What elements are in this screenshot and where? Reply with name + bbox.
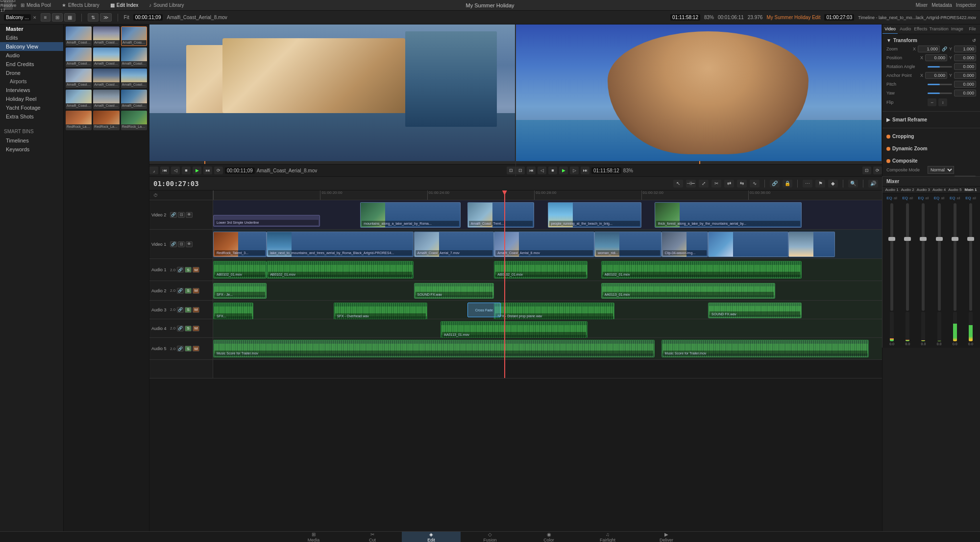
media-clip-rr2[interactable]: RedRock_Land... — [93, 111, 119, 130]
a3-m-btn[interactable]: M — [193, 307, 199, 313]
warp-tool[interactable]: ∿ — [750, 180, 760, 188]
transform-reset[interactable]: ↺ — [972, 38, 976, 43]
source-viewer[interactable] — [149, 24, 515, 161]
clip-v1-extra1[interactable] — [708, 232, 788, 257]
nav-edit[interactable]: ◈ Edit — [402, 532, 461, 542]
prog-step-back[interactable]: ◁ — [538, 166, 546, 174]
tab-effects-library[interactable]: ★ Effects Library — [57, 1, 104, 9]
source-loop[interactable]: ⟳ — [214, 166, 223, 174]
eq-btn-a3[interactable]: EQ — [918, 196, 924, 200]
list-view-btn[interactable]: ≡ — [41, 13, 50, 22]
tab-audio[interactable]: Audio — [898, 24, 913, 34]
bin-name[interactable]: Balcony ... — [4, 14, 31, 21]
metadata-button[interactable]: Metadata — [931, 2, 952, 8]
sidebar-item-drone[interactable]: Drone — [0, 69, 63, 77]
media-clip-ac2[interactable]: Amalfi_Coast_A... — [93, 26, 119, 46]
a2-link-btn[interactable]: 🔗 — [177, 288, 184, 294]
zoom-link-icon[interactable]: 🔗 — [942, 47, 947, 51]
flip-h-btn[interactable]: ↔ — [928, 98, 936, 106]
sidebar-item-interviews[interactable]: Interviews — [0, 86, 63, 94]
filter-btn[interactable]: ≫ — [100, 13, 112, 22]
clip-a1-2[interactable]: AB0102_01.mov — [267, 261, 414, 279]
eq-btn-a2[interactable]: EQ — [902, 196, 908, 200]
prog-skip-back[interactable]: ⏮ — [527, 166, 536, 174]
slide-tool[interactable]: ⇆ — [737, 180, 747, 188]
clip-lower-third[interactable]: Lower 3rd Simple Underline — [213, 215, 320, 227]
snap-btn[interactable]: ⋯ — [803, 180, 812, 188]
clip-a1-4[interactable]: AB0102_01.mov — [601, 261, 802, 279]
nav-cut[interactable]: ✂ Cut — [343, 532, 402, 542]
eq-btn-a1[interactable]: EQ — [886, 196, 892, 200]
fader-track-a2[interactable] — [906, 203, 909, 311]
tab-file[interactable]: File — [965, 24, 980, 34]
zoom-in-btn[interactable]: 🔍 — [848, 180, 858, 188]
pitch-slider[interactable] — [928, 84, 952, 85]
clip-v1-amalfi8[interactable]: Amalfi_Coast_Aerial_8.mov — [494, 232, 594, 257]
a4-m-btn[interactable]: M — [193, 326, 199, 331]
sidebar-item-yacht-footage[interactable]: Yacht Footage — [0, 103, 63, 112]
sidebar-item-keywords[interactable]: Keywords — [0, 145, 63, 154]
eq-btn-m1[interactable]: EQ — [965, 196, 971, 200]
pos-x-input[interactable] — [925, 54, 947, 61]
program-viewer[interactable] — [516, 24, 882, 161]
dynamic-zoom-header[interactable]: Dynamic Zoom — [886, 144, 976, 153]
clip-a4-aa0113[interactable]: AA0113_01.mov — [441, 321, 588, 339]
zoom-x-input[interactable] — [918, 46, 940, 52]
transform-header[interactable]: ▼ Transform ↺ — [886, 36, 976, 45]
clip-v2-people[interactable]: people_running_at_the_beach_in_brig... — [548, 202, 641, 228]
close-bin-icon[interactable]: ✕ — [33, 15, 37, 20]
media-clip-ac5[interactable]: Amalfi_Coast_T... — [93, 47, 119, 67]
clip-v1-clip04[interactable]: Clip-04-waxor-img... — [662, 232, 709, 257]
source-mark-in[interactable]: ⌟ — [149, 166, 158, 174]
pos-y-input[interactable] — [954, 54, 976, 61]
a1-m-btn[interactable]: M — [193, 267, 199, 273]
a4-s-btn[interactable]: S — [185, 326, 192, 331]
inspector-button[interactable]: Inspector — [956, 2, 976, 8]
timeline-ruler[interactable]: 01:00:20:00 01:00:24:00 01:00:28:00 01:0… — [213, 190, 882, 200]
source-playhead-bar[interactable] — [149, 161, 515, 164]
nav-fusion[interactable]: ◇ Fusion — [461, 532, 519, 542]
media-clip-ac12[interactable]: Amalfi_Coast_T... — [121, 90, 147, 109]
media-clip-ac10[interactable]: Amalfi_Coast_T... — [66, 90, 92, 109]
fader-track-a3[interactable] — [922, 203, 925, 311]
media-clip-rr1[interactable]: RedRock_Land... — [66, 111, 92, 130]
a5-link-btn[interactable]: 🔗 — [177, 346, 184, 352]
metadata-view-btn[interactable]: ▦ — [64, 13, 75, 22]
timeline-scrollbar[interactable] — [149, 378, 882, 382]
clip-v2-forest[interactable]: thick_forest_along_a_lake_by_the_mountai… — [655, 202, 802, 228]
clip-v1-amalfi7[interactable]: Amalfi_Coast_Aerial_7.mov — [414, 232, 494, 257]
media-clip-ac11[interactable]: Amalfi_Coast_T... — [93, 90, 119, 109]
fader-track-a5[interactable] — [954, 203, 956, 311]
sidebar-item-extra-shots[interactable]: Extra Shots — [0, 112, 63, 121]
pitch-input[interactable] — [954, 81, 976, 88]
prog-skip-fwd[interactable]: ⏭ — [581, 166, 589, 174]
program-timecode[interactable]: 01:11:58:12 — [670, 14, 700, 21]
a2-m-btn[interactable]: M — [193, 288, 199, 294]
fader-knob-a2[interactable] — [904, 237, 911, 241]
clip-a1-1[interactable]: AB0102_01.mov — [213, 261, 267, 279]
v1-link-btn[interactable]: 🔗 — [170, 241, 177, 247]
tab-media-pool[interactable]: ⊞ Media Pool — [16, 1, 56, 9]
media-clip-ac3[interactable]: Amalfi_Coast_A... — [121, 26, 147, 46]
source-timecode[interactable]: 00:00:11;09 — [133, 14, 163, 21]
grid-view-btn[interactable]: ⊞ — [52, 13, 63, 22]
sidebar-item-edits[interactable]: Edits — [0, 33, 63, 42]
clip-cross-fade[interactable]: Cross Fade — [467, 303, 501, 317]
program-playhead-bar[interactable] — [516, 161, 882, 164]
lock-tool[interactable]: 🔒 — [783, 180, 792, 188]
fader-knob-a4[interactable] — [936, 237, 943, 241]
v2-auto-btn[interactable]: ⊡ — [178, 212, 185, 218]
mixer-button[interactable]: Mixer — [916, 2, 928, 8]
dynamic-trim-tool[interactable]: ⤢ — [699, 180, 709, 188]
cropping-header[interactable]: Cropping — [886, 132, 976, 141]
clip-a3-sfx2[interactable]: SFX... — [213, 303, 253, 320]
eq-btn-a5[interactable]: EQ — [950, 196, 956, 200]
eq-btn-a4[interactable]: EQ — [934, 196, 940, 200]
marker-btn[interactable]: ◆ — [828, 180, 838, 188]
source-skip-back[interactable]: ⏮ — [160, 166, 169, 174]
selection-tool[interactable]: ↖ — [673, 180, 683, 188]
v2-link-btn[interactable]: 🔗 — [170, 212, 177, 218]
tab-video[interactable]: Video — [882, 24, 898, 34]
a3-s-btn[interactable]: S — [185, 307, 192, 313]
tab-image[interactable]: Image — [950, 24, 965, 34]
